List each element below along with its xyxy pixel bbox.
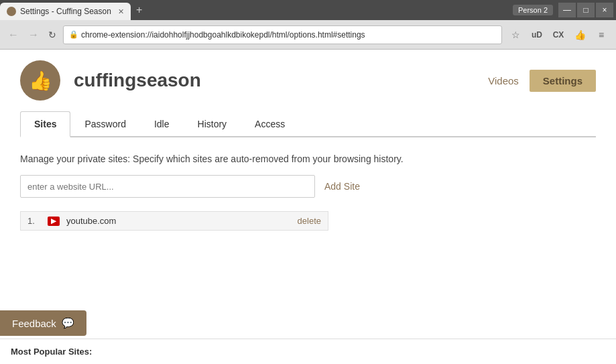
- url-input-row: Add Site: [20, 175, 596, 198]
- feedback-btn[interactable]: Feedback 💬: [0, 310, 86, 336]
- page-content: 👍 cuffingseason Videos Settings Sites Pa…: [0, 50, 616, 364]
- videos-link[interactable]: Videos: [488, 75, 519, 86]
- app-name-prefix: cuffing: [74, 70, 136, 90]
- browser-tabs: Settings - Cuffing Season ✕ +: [0, 1, 147, 20]
- description-text: Manage your private sites: Specify which…: [20, 154, 596, 164]
- feedback-label: Feedback: [12, 318, 56, 329]
- refresh-btn[interactable]: ↻: [46, 28, 59, 42]
- forward-btn[interactable]: →: [25, 27, 42, 42]
- feedback-icon: 💬: [62, 317, 74, 329]
- site-list: 1. ▶ youtube.com delete: [20, 211, 596, 231]
- person-badge: Person 2: [513, 5, 553, 15]
- toolbar: ← → ↻ 🔒 chrome-extension://iaidohholfjjh…: [0, 20, 616, 50]
- lock-icon: 🔒: [69, 30, 78, 39]
- tab-bar: Sites Password Idle History Access: [20, 111, 596, 137]
- app-logo: 👍: [20, 60, 60, 101]
- main-area: Manage your private sites: Specify which…: [0, 137, 616, 249]
- settings-nav-btn[interactable]: Settings: [530, 70, 596, 92]
- app-name-suffix: season: [136, 70, 201, 90]
- tab-favicon: [7, 7, 16, 16]
- minimize-btn[interactable]: —: [558, 3, 576, 17]
- app-header: 👍 cuffingseason Videos Settings: [0, 50, 616, 111]
- add-site-btn[interactable]: Add Site: [322, 178, 363, 194]
- delete-link[interactable]: delete: [298, 216, 321, 226]
- close-btn[interactable]: ×: [596, 3, 613, 17]
- site-row: 1. ▶ youtube.com delete: [20, 211, 328, 231]
- toolbar-icons: ☆ uD CX 👍 ≡: [506, 25, 611, 44]
- tab-title: Settings - Cuffing Season: [20, 7, 111, 16]
- window-controls: — □ ×: [558, 3, 613, 17]
- bookmark-btn[interactable]: ☆: [506, 25, 525, 44]
- tab-sites[interactable]: Sites: [20, 111, 70, 137]
- active-tab[interactable]: Settings - Cuffing Season ✕: [0, 3, 131, 20]
- logo-icon: 👍: [29, 70, 52, 92]
- extension-btn[interactable]: CX: [549, 25, 568, 44]
- site-favicon-icon: ▶: [48, 217, 60, 226]
- thumbs-btn[interactable]: 👍: [570, 25, 589, 44]
- ublock-btn[interactable]: uD: [528, 25, 546, 44]
- new-tab-btn[interactable]: +: [131, 1, 147, 19]
- address-text: chrome-extension://iaidohholfjjhodbgoahl…: [81, 30, 365, 40]
- menu-btn[interactable]: ≡: [592, 25, 611, 44]
- app-name: cuffingseason: [74, 70, 201, 91]
- tab-close-btn[interactable]: ✕: [118, 7, 124, 16]
- tab-idle[interactable]: Idle: [140, 111, 184, 136]
- title-bar: Settings - Cuffing Season ✕ + Person 2 —…: [0, 0, 616, 20]
- tab-history[interactable]: History: [184, 111, 241, 136]
- address-bar[interactable]: 🔒 chrome-extension://iaidohholfjjhodbgoa…: [63, 25, 502, 44]
- url-input[interactable]: [20, 175, 315, 198]
- site-name: youtube.com: [66, 216, 283, 226]
- back-btn[interactable]: ←: [5, 27, 21, 42]
- header-nav: Videos Settings: [488, 70, 596, 92]
- footer: Most Popular Sites:: [0, 339, 616, 364]
- tab-password[interactable]: Password: [70, 111, 139, 136]
- site-number: 1.: [27, 216, 41, 226]
- tab-access[interactable]: Access: [241, 111, 299, 136]
- footer-label: Most Popular Sites:: [11, 347, 92, 357]
- maximize-btn[interactable]: □: [577, 3, 595, 17]
